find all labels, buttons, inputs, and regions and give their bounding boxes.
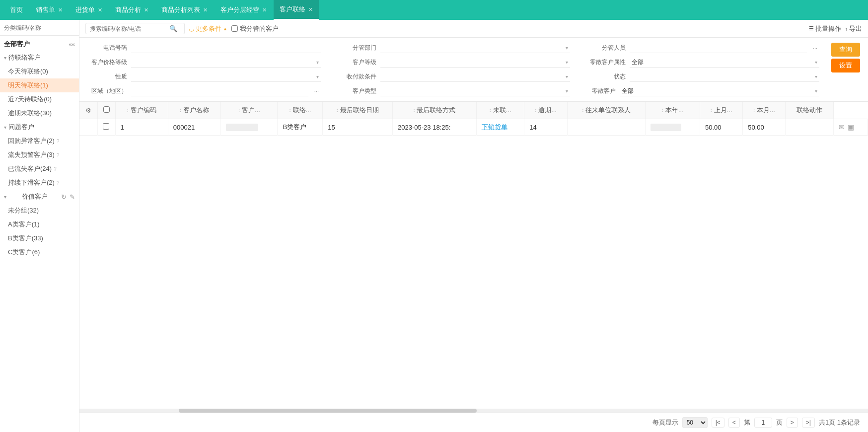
my-customers-checkbox[interactable] (231, 25, 238, 32)
nav-purchase[interactable]: 进货单 ✕ (70, 0, 108, 20)
sidebar-group-pending[interactable]: 待联络客户 (0, 51, 79, 65)
settings-button[interactable]: 设置 (831, 59, 860, 72)
main-layout: 🔍 全部客户 «« 待联络客户 今天待联络(0) 明天待联络(1) 近7天待联络… (0, 20, 868, 432)
price-grade-select[interactable] (131, 57, 321, 67)
sidebar-item-lost[interactable]: 已流失客户(24) ? (0, 162, 79, 176)
nav-home-label: 首页 (10, 5, 23, 14)
batch-ops-label: 批量操作 (815, 24, 841, 33)
next-page-button[interactable]: > (787, 418, 798, 428)
select-all-checkbox[interactable] (103, 106, 110, 113)
filter-cell-customer-type: 客户类型 ▾ (337, 86, 570, 96)
sidebar-item-class-a[interactable]: A类客户(1) (0, 217, 79, 231)
td-un-contact: 14 (524, 119, 567, 136)
unit-contact-blurred (651, 124, 681, 131)
th-overdue-label: : 逾期... (535, 106, 557, 114)
th-last-month-label: : 上月... (711, 106, 732, 114)
sidebar-all-label: 全部客户 (4, 40, 30, 49)
customer-type-select[interactable] (380, 86, 570, 96)
sidebar-item-week[interactable]: 近7天待联络(0) (0, 92, 79, 106)
sidebar-item-continuous-down[interactable]: 持续下滑客户(2) ? (0, 176, 79, 190)
status-label: 状态 (586, 72, 626, 81)
table-settings-icon[interactable]: ⚙ (85, 107, 91, 114)
export-button[interactable]: ↑ 导出 (845, 24, 863, 33)
sidebar-item-lost-risk[interactable]: 流失预警客户(3) ? (0, 148, 79, 162)
phone-input[interactable] (131, 43, 321, 53)
first-page-button[interactable]: |< (712, 418, 724, 428)
customer-name-blurred (226, 124, 258, 131)
td-this-month (786, 119, 834, 136)
dept-select[interactable] (380, 43, 570, 53)
filter-cell-price-grade: 客户价格等级 ▾ (87, 57, 321, 68)
batch-ops-button[interactable]: ☰ 批量操作 (809, 24, 841, 33)
nav-customer-tier-close[interactable]: ✕ (262, 7, 267, 13)
td-contact: 15 (323, 119, 393, 136)
sidebar-group-value[interactable]: 价值客户 ↻ ✎ (0, 190, 79, 204)
sidebar-item-overdue[interactable]: 逾期未联络(30) (0, 106, 79, 120)
nav-analysis-list-close[interactable]: ✕ (203, 7, 208, 13)
sidebar-item-repurchase-abnormal[interactable]: 回购异常客户(2) ? (0, 134, 79, 148)
sidebar-all-customers[interactable]: 全部客户 «« (0, 36, 79, 51)
value-group-edit-icon[interactable]: ✎ (70, 193, 75, 201)
region-input[interactable] (131, 86, 308, 96)
help-icon-1: ? (57, 139, 60, 144)
region-more-button[interactable]: ··· (312, 88, 321, 94)
sidebar-group-problem[interactable]: 问题客户 (0, 120, 79, 134)
per-page-select[interactable]: 50 100 200 (682, 417, 708, 428)
page-label: 第 (744, 418, 750, 427)
nav-customer-contact-close[interactable]: ✕ (308, 6, 313, 13)
nav-customer-contact-label: 客户联络 (280, 5, 305, 14)
action-comment-icon[interactable]: ✉ (839, 123, 845, 131)
filter-cell-region: 区域（地区） ··· (87, 86, 321, 96)
nav-analysis-close[interactable]: ✕ (144, 7, 148, 13)
filter-cell-retail-customer: 零散客户 全部 ▾ (586, 86, 819, 96)
sidebar-item-unclassified[interactable]: 未分组(32) (0, 204, 79, 217)
retail-customer-label: 零散客户 (586, 87, 616, 95)
td-unit-contact (646, 119, 700, 136)
customer-grade-select[interactable] (380, 57, 570, 67)
nav-home[interactable]: 首页 (4, 0, 29, 20)
dept-select-wrap: ▾ (380, 43, 570, 53)
more-conditions-button[interactable]: ◡ 更多条件 ▲ (189, 24, 227, 33)
horizontal-scrollbar[interactable] (79, 409, 868, 413)
chevron-up-icon: ▲ (223, 26, 227, 31)
payment-select[interactable] (380, 72, 570, 81)
search-input[interactable] (90, 25, 169, 32)
sidebar-item-class-b[interactable]: B类客户(33) (0, 231, 79, 245)
nav-purchase-close[interactable]: ✕ (98, 7, 102, 13)
nature-select[interactable] (131, 72, 321, 81)
sidebar-collapse-icon[interactable]: «« (69, 41, 75, 47)
sidebar-item-today[interactable]: 今天待联络(0) (0, 65, 79, 78)
query-button[interactable]: 查询 (831, 43, 860, 57)
retail-attr-select-wrap: 全部 ▾ (630, 57, 819, 68)
last-page-button[interactable]: >| (802, 418, 815, 428)
th-this-month-label: : 本月... (753, 106, 775, 114)
retail-customer-select[interactable]: 全部 (620, 86, 819, 96)
last-contact-way-link[interactable]: 下销货单 (482, 123, 507, 131)
nav-customer-contact[interactable]: 客户联络 ✕ (274, 0, 319, 20)
prev-page-button[interactable]: < (728, 418, 740, 428)
scroll-thumb[interactable] (179, 409, 477, 413)
manager-input[interactable] (630, 43, 807, 53)
td-this-year: 50.00 (700, 119, 742, 136)
content-area: 🔍 ◡ 更多条件 ▲ 我分管的客户 ☰ 批量操作 ↑ 导出 (79, 20, 868, 432)
page-input[interactable] (754, 418, 772, 428)
search-icon[interactable]: 🔍 (169, 25, 177, 32)
status-select[interactable] (630, 72, 819, 81)
sidebar-item-tomorrow[interactable]: 明天待联络(1) (0, 78, 79, 92)
th-overdue: : 逾期... (524, 102, 567, 119)
sidebar-item-class-c[interactable]: C类客户(6) (0, 245, 79, 259)
action-qr-icon[interactable]: ▣ (848, 123, 854, 131)
sidebar-search-input[interactable] (4, 24, 78, 31)
nav-customer-tier[interactable]: 客户分层经营 ✕ (215, 0, 273, 20)
nav-analysis[interactable]: 商品分析 ✕ (109, 0, 154, 20)
retail-attr-select[interactable]: 全部 (630, 57, 819, 67)
price-grade-label: 客户价格等级 (87, 58, 127, 67)
value-group-refresh-icon[interactable]: ↻ (61, 193, 67, 201)
th-name-label: : 客户名称 (180, 106, 209, 114)
nav-sales-close[interactable]: ✕ (58, 7, 63, 13)
row-checkbox[interactable] (103, 123, 109, 130)
my-customers-wrap[interactable]: 我分管的客户 (231, 24, 279, 33)
nav-sales[interactable]: 销售单 ✕ (30, 0, 69, 20)
manager-more-button[interactable]: ··· (811, 45, 819, 51)
nav-analysis-list[interactable]: 商品分析列表 ✕ (155, 0, 214, 20)
